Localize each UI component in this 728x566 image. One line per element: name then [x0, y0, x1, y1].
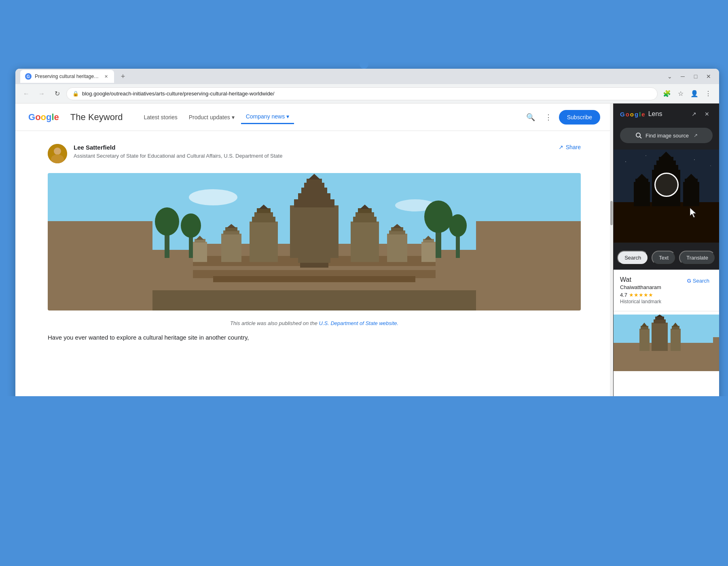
- lens-google-g2: g: [635, 111, 638, 118]
- tab-favicon: G: [25, 73, 32, 80]
- svg-rect-75: [652, 323, 668, 351]
- lens-close-button[interactable]: ✕: [701, 108, 713, 120]
- svg-point-12: [424, 201, 453, 233]
- svg-point-68: [625, 161, 626, 162]
- browser-tab[interactable]: G Preserving cultural heritage wori ✕: [20, 70, 114, 83]
- svg-line-54: [640, 137, 641, 138]
- lens-result-rating: 4.7 ★★★★★: [620, 292, 713, 298]
- lens-header-icons: ↗ ✕: [688, 108, 713, 120]
- lens-google-e: e: [641, 111, 645, 118]
- nav-link-company[interactable]: Company news ▾: [241, 110, 294, 124]
- svg-rect-45: [421, 242, 436, 262]
- svg-rect-82: [671, 329, 681, 351]
- svg-point-69: [645, 155, 646, 156]
- lens-translate-tab[interactable]: Translate: [679, 251, 715, 265]
- nav-right: 🔍 ⋮ Subscribe: [523, 110, 600, 125]
- subscribe-button[interactable]: Subscribe: [559, 110, 600, 125]
- author-title: Assistant Secretary of State for Educati…: [74, 152, 552, 160]
- lens-panel: G o o g l e Lens ↗ ✕: [613, 103, 719, 429]
- article-body: Have you ever wanted to explore a cultur…: [48, 333, 581, 342]
- svg-point-8: [155, 207, 179, 236]
- window-close-button[interactable]: ✕: [703, 71, 714, 82]
- window-minimize-button[interactable]: ─: [677, 71, 688, 82]
- svg-rect-21: [304, 183, 324, 188]
- lens-open-button[interactable]: ↗: [688, 108, 700, 120]
- bookmark-icon[interactable]: ☆: [675, 88, 687, 100]
- article-author: Lee Satterfield Assistant Secretary of S…: [48, 144, 581, 163]
- window-dropdown-button[interactable]: ⌄: [664, 71, 675, 82]
- svg-rect-25: [252, 217, 275, 222]
- lens-google-o1: o: [626, 111, 629, 118]
- svg-rect-56: [614, 202, 719, 243]
- browser-content: Google The Keyword Latest stories Produc…: [15, 103, 719, 429]
- blue-background-bottom: [0, 396, 728, 566]
- svg-rect-29: [351, 222, 379, 262]
- product-dropdown-icon: ▾: [232, 114, 235, 120]
- find-source-open-icon: ↗: [694, 133, 698, 138]
- address-bar[interactable]: 🔒 blog.google/outreach-initiatives/arts-…: [66, 87, 658, 100]
- profile-icon[interactable]: 👤: [688, 88, 700, 100]
- lens-google-l: l: [639, 111, 641, 118]
- svg-rect-48: [298, 258, 330, 263]
- nav-link-latest-label: Latest stories: [144, 114, 177, 120]
- nav-link-latest[interactable]: Latest stories: [139, 111, 182, 124]
- tab-close-button[interactable]: ✕: [103, 73, 109, 80]
- lens-selection-circle: [654, 173, 679, 197]
- find-source-icon: [635, 132, 642, 139]
- lens-header: G o o g l e Lens ↗ ✕: [614, 103, 719, 125]
- share-label: Share: [566, 144, 581, 150]
- lens-google-g: G: [620, 111, 625, 118]
- nav-link-product[interactable]: Product updates ▾: [184, 111, 239, 124]
- blue-background-top: [0, 0, 728, 49]
- nav-links: Latest stories Product updates ▾ Company…: [139, 110, 513, 124]
- menu-icon[interactable]: ⋮: [702, 88, 714, 100]
- refresh-button[interactable]: ↻: [51, 88, 63, 100]
- rating-stars: ★★★★★: [629, 292, 653, 298]
- share-button[interactable]: ↗ Share: [559, 144, 581, 150]
- svg-point-53: [636, 133, 640, 137]
- webpage-scrollbar[interactable]: [610, 103, 613, 429]
- lens-result-search-button[interactable]: G Search: [684, 276, 713, 285]
- svg-point-14: [449, 214, 467, 237]
- search-button[interactable]: 🔍: [523, 110, 538, 125]
- article-caption: This article was also published on the U…: [48, 320, 581, 326]
- company-dropdown-icon: ▾: [286, 113, 289, 120]
- caption-link[interactable]: U.S. Department of State website.: [319, 320, 399, 326]
- cursor-dot: [360, 60, 368, 69]
- article-image: [48, 173, 581, 310]
- extension-icon[interactable]: 🧩: [661, 88, 673, 100]
- svg-rect-24: [250, 222, 278, 262]
- lens-preview-image: [614, 150, 719, 243]
- author-name: Lee Satterfield: [74, 144, 552, 151]
- new-tab-button[interactable]: +: [117, 71, 129, 82]
- author-avatar: [48, 144, 67, 163]
- scrollbar-thumb[interactable]: [610, 201, 613, 225]
- svg-point-10: [181, 213, 201, 238]
- lens-result-wat: G Search Wat Chaiwatthanaram 4.7 ★★★★★ H…: [614, 270, 719, 311]
- rating-number: 4.7: [620, 292, 627, 298]
- svg-point-70: [694, 159, 695, 160]
- lens-text-tab[interactable]: Text: [652, 251, 676, 265]
- find-image-source-button[interactable]: Find image source ↗: [620, 128, 713, 143]
- svg-rect-17: [290, 205, 339, 258]
- lens-cursor: [690, 209, 698, 217]
- toolbar-icons: 🧩 ☆ 👤 ⋮: [661, 88, 714, 100]
- more-options-button[interactable]: ⋮: [541, 110, 556, 125]
- nav-link-product-label: Product updates: [189, 114, 230, 120]
- find-source-label: Find image source: [645, 133, 689, 139]
- lens-search-tab[interactable]: Search: [617, 251, 648, 265]
- svg-rect-76: [654, 319, 666, 323]
- author-info: Lee Satterfield Assistant Secretary of S…: [74, 144, 552, 160]
- svg-rect-20: [301, 188, 327, 194]
- lens-logo: G o o g l e: [620, 111, 645, 118]
- back-button[interactable]: ←: [20, 88, 32, 100]
- article-content: Lee Satterfield Assistant Secretary of S…: [15, 131, 613, 429]
- forward-button[interactable]: →: [36, 88, 48, 100]
- site-title: The Keyword: [70, 112, 123, 122]
- webpage-nav: Google The Keyword Latest stories Produc…: [15, 103, 613, 131]
- svg-marker-72: [690, 208, 696, 218]
- window-maximize-button[interactable]: □: [690, 71, 701, 82]
- svg-rect-79: [639, 329, 650, 351]
- google-logo: Google: [28, 112, 59, 122]
- svg-rect-49: [300, 263, 328, 268]
